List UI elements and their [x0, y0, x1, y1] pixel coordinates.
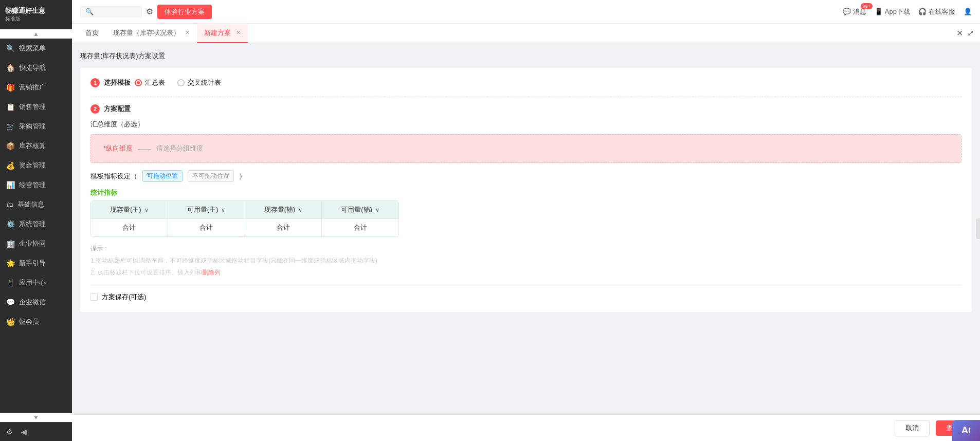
tip-1-text: 1.拖动标题栏可以调整布局，不可跨维度或指标区域拖动栏目字段(只能在同一维度或指… [90, 257, 377, 264]
headphone-icon: 🎧 [918, 8, 927, 15]
cancel-button[interactable]: 取消 [895, 420, 930, 436]
col-header-2[interactable]: 现存量(辅) ∨ [245, 201, 322, 218]
sidebar-item-finance[interactable]: 💰 资金管理 [0, 156, 72, 175]
content-area: 现存量(库存状况表)方案设置 1 选择模板 汇总表 交叉统计表 [72, 43, 980, 414]
sidebar-item-stock[interactable]: 📦 库存核算 [0, 136, 72, 156]
radio-cross-circle [177, 79, 185, 86]
sidebar-item-enterprise[interactable]: 🏢 企业协同 [0, 234, 72, 253]
sidebar-item-member[interactable]: 👑 畅会员 [0, 312, 72, 332]
chevron-0[interactable]: ∨ [144, 207, 149, 213]
resize-handle[interactable] [976, 218, 980, 239]
cart-icon: 🛒 [6, 122, 15, 131]
search-icon: 🔍 [6, 44, 15, 52]
sidebar-item-purchase[interactable]: 🛒 采购管理 [0, 117, 72, 136]
main-area: 🔍 ⚙ 体验行业方案 💬 消息 99+ 📱 App下载 🎧 在线客服 👤 [72, 0, 980, 441]
draggable-badge: 可拖动位置 [142, 170, 183, 182]
sidebar-item-shortcut[interactable]: 🏠 快捷导航 [0, 58, 72, 78]
expand-window-btn[interactable]: ⤢ [967, 28, 974, 38]
home-icon: 🏠 [6, 64, 15, 72]
download-icon: 📱 [875, 8, 883, 15]
sidebar-item-management[interactable]: 📊 经营管理 [0, 175, 72, 195]
radio-summary[interactable]: 汇总表 [135, 78, 165, 87]
user-avatar[interactable]: 👤 [964, 8, 972, 15]
tip-2: 2. 点击标题栏下拉可设置排序、插入列和删除列 [90, 268, 961, 278]
step2-title: 方案配置 [104, 104, 131, 114]
building-icon: 🏢 [6, 240, 15, 248]
radio-cross[interactable]: 交叉统计表 [177, 78, 221, 87]
dimension-box[interactable]: *纵向维度 —— 请选择分组维度 [90, 134, 961, 163]
tab-home[interactable]: 首页 [78, 24, 106, 43]
sidebar-item-search[interactable]: 🔍 搜索菜单 [0, 39, 72, 58]
sidebar-label-appcenter: 应用中心 [19, 278, 46, 287]
sidebar-item-system[interactable]: ⚙️ 系统管理 [0, 214, 72, 234]
sidebar-item-sales[interactable]: 📋 销售管理 [0, 97, 72, 117]
message-btn[interactable]: 💬 消息 99+ [843, 7, 866, 16]
search-box[interactable]: 🔍 [80, 6, 142, 17]
online-service-label: 在线客服 [929, 7, 955, 16]
sidebar-item-basic[interactable]: 🗂 基础信息 [0, 195, 72, 214]
toggle-sidebar-icon[interactable]: ◀ [21, 428, 27, 436]
save-checkbox[interactable] [90, 293, 98, 301]
sidebar-scroll: 🔍 搜索菜单 🏠 快捷导航 🎁 营销推广 📋 销售管理 🛒 采购管理 📦 库存核… [0, 39, 72, 413]
gift-icon: 🎁 [6, 83, 15, 91]
tabs-bar: 首页 现存量（库存状况表） ✕ 新建方案 ✕ ✕ ⤢ [72, 24, 980, 43]
sidebar-item-marketing[interactable]: 🎁 营销推广 [0, 78, 72, 97]
col-label-1: 可用量(主) [187, 205, 219, 214]
col-header-1[interactable]: 可用量(主) ∨ [168, 201, 245, 218]
sidebar-scroll-up[interactable]: ▲ [0, 29, 72, 39]
tip-2-prefix: 2. 点击标题栏下拉可设置排序、插入列和 [90, 269, 202, 276]
app-edition: 标准版 [5, 15, 67, 23]
chevron-3[interactable]: ∨ [375, 207, 379, 213]
step1-section: 1 选择模板 汇总表 交叉统计表 [90, 78, 961, 87]
message-icon: 💬 [843, 8, 851, 15]
col-header-3[interactable]: 可用量(辅) ∨ [322, 201, 398, 218]
topbar-left: 🔍 ⚙ 体验行业方案 [80, 5, 837, 19]
tab-new-plan-close[interactable]: ✕ [236, 29, 241, 36]
chevron-2[interactable]: ∨ [298, 207, 302, 213]
tab-new-plan[interactable]: 新建方案 ✕ [197, 24, 248, 43]
sidebar-item-newguide[interactable]: 🌟 新手引导 [0, 253, 72, 273]
app-download-btn[interactable]: 📱 App下载 [875, 7, 910, 16]
chart-icon: 📊 [6, 181, 15, 189]
non-draggable-badge: 不可拖动位置 [188, 170, 234, 182]
tip-1: 1.拖动标题栏可以调整布局，不可跨维度或指标区域拖动栏目字段(只能在同一维度或指… [90, 256, 961, 266]
col-header-0[interactable]: 现存量(主) ∨ [91, 201, 168, 218]
sidebar-label-wechat: 企业微信 [19, 298, 46, 307]
star-icon: 🌟 [6, 259, 15, 267]
sidebar-label-management: 经营管理 [19, 180, 46, 190]
template-radio-group: 汇总表 交叉统计表 [135, 78, 221, 87]
tab-inventory-status[interactable]: 现存量（库存状况表） ✕ [106, 24, 197, 43]
sidebar-item-wechat[interactable]: 💬 企业微信 [0, 292, 72, 312]
search-icon-topbar: 🔍 [85, 8, 94, 15]
radio-cross-label: 交叉统计表 [188, 78, 221, 87]
mobile-icon: 📱 [6, 279, 15, 287]
cell-0-2: 合计 [245, 219, 322, 236]
tab-home-label: 首页 [85, 28, 99, 38]
sidebar-scroll-down[interactable]: ▼ [0, 413, 72, 422]
dim-placeholder: 请选择分组维度 [156, 144, 203, 153]
save-option-label: 方案保存(可选) [102, 292, 147, 302]
divider-1 [90, 97, 961, 97]
settings-icon-topbar[interactable]: ⚙ [146, 7, 153, 16]
close-window-btn[interactable]: ✕ [956, 28, 963, 38]
step2-section: 2 方案配置 汇总维度（必选） *纵向维度 —— 请选择分组维度 模板指标设定（… [90, 104, 961, 278]
search-input[interactable] [97, 8, 138, 15]
sidebar-label-system: 系统管理 [19, 219, 46, 229]
settings-footer-icon[interactable]: ⚙ [6, 428, 13, 436]
topbar: 🔍 ⚙ 体验行业方案 💬 消息 99+ 📱 App下载 🎧 在线客服 👤 [72, 0, 980, 24]
ai-float-button[interactable]: Ai [952, 420, 980, 441]
step1-label: 1 选择模板 汇总表 交叉统计表 [90, 78, 961, 87]
step2-number: 2 [90, 104, 100, 114]
online-service-btn[interactable]: 🎧 在线客服 [918, 7, 955, 16]
sidebar-logo: 畅赚通好生意 标准版 [0, 0, 72, 29]
save-option: 方案保存(可选) [90, 287, 961, 302]
window-controls: ✕ ⤢ [956, 28, 974, 38]
trial-btn[interactable]: 体验行业方案 [157, 5, 212, 19]
sidebar-label-stock: 库存核算 [19, 141, 46, 151]
chevron-1[interactable]: ∨ [221, 207, 225, 213]
tab-inventory-close[interactable]: ✕ [185, 29, 190, 36]
sidebar-label-enterprise: 企业协同 [19, 239, 46, 248]
tab-inventory-label: 现存量（库存状况表） [113, 28, 180, 38]
template-indicator: 模板指标设定（ 可拖动位置 不可拖动位置 ） [90, 170, 961, 182]
sidebar-item-appcenter[interactable]: 📱 应用中心 [0, 273, 72, 292]
